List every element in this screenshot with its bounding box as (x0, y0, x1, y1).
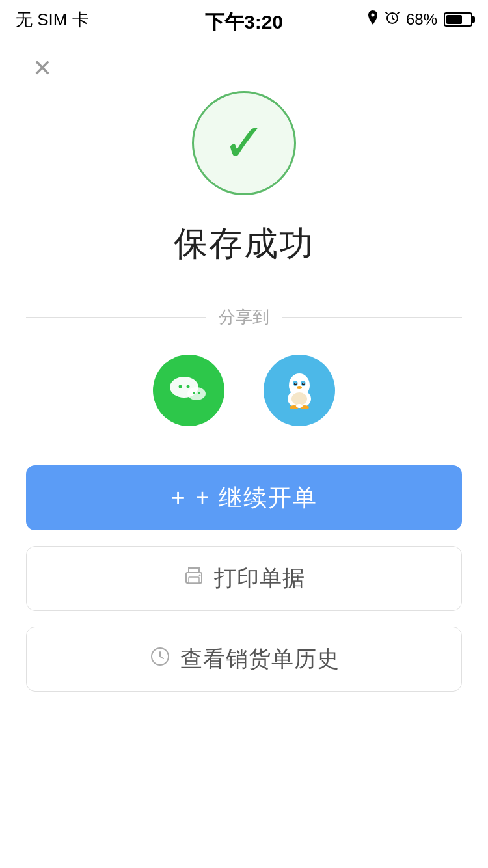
wechat-share-button[interactable] (153, 355, 224, 426)
svg-point-5 (187, 385, 190, 388)
alarm-icon (385, 10, 400, 29)
history-icon (149, 645, 171, 673)
close-button[interactable]: ✕ (26, 52, 59, 85)
share-label: 分享到 (219, 306, 269, 329)
svg-point-15 (297, 386, 302, 389)
action-buttons: + + 继续开单 打印单据 查看销货单历 (26, 465, 462, 692)
main-content: ✕ ✓ 保存成功 分享到 (0, 39, 488, 868)
print-icon (183, 565, 205, 592)
status-left: 无 SIM 卡 (16, 8, 96, 31)
qq-icon (277, 368, 321, 413)
qq-share-button[interactable] (264, 355, 335, 426)
status-bar: 无 SIM 卡 下午3:20 68% (0, 0, 488, 39)
battery-percentage: 68% (406, 10, 437, 29)
print-button[interactable]: 打印单据 (26, 546, 462, 611)
continue-label: + 继续开单 (196, 482, 318, 514)
share-divider: 分享到 (26, 306, 462, 329)
svg-point-3 (187, 387, 206, 400)
svg-point-6 (193, 392, 195, 394)
share-icons (153, 355, 335, 426)
location-icon (367, 10, 379, 29)
svg-point-7 (198, 392, 200, 394)
battery-icon (444, 12, 472, 27)
status-time: 下午3:20 (205, 9, 283, 36)
svg-point-23 (199, 575, 201, 576)
print-label: 打印单据 (214, 563, 305, 593)
success-icon-circle: ✓ (192, 91, 296, 195)
svg-point-14 (303, 383, 305, 384)
svg-rect-22 (189, 577, 199, 583)
svg-point-4 (179, 385, 182, 388)
divider-line-left (26, 317, 206, 318)
continue-icon: + (170, 484, 186, 512)
close-icon: ✕ (33, 57, 52, 80)
history-button[interactable]: 查看销货单历史 (26, 627, 462, 692)
share-section: 分享到 (26, 306, 462, 426)
svg-point-0 (371, 14, 374, 17)
status-right: 68% (367, 10, 472, 29)
carrier-text: 无 SIM 卡 (16, 8, 89, 31)
svg-point-11 (295, 383, 297, 384)
continue-button[interactable]: + + 继续开单 (26, 465, 462, 530)
checkmark-icon: ✓ (223, 117, 266, 169)
wechat-icon (166, 368, 211, 413)
svg-point-17 (291, 392, 307, 405)
svg-point-20 (296, 404, 303, 408)
divider-line-right (282, 317, 462, 318)
history-label: 查看销货单历史 (180, 644, 340, 674)
success-title: 保存成功 (174, 221, 314, 267)
